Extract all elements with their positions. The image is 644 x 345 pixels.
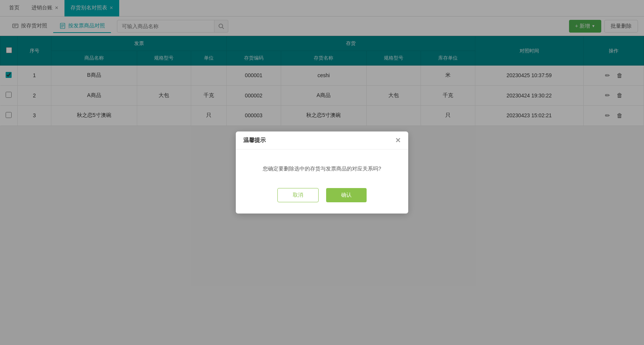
modal-overlay: 温馨提示 ✕ 您确定要删除选中的存货与发票商品的对应关系吗? 取消 确认 [0,0,644,126]
